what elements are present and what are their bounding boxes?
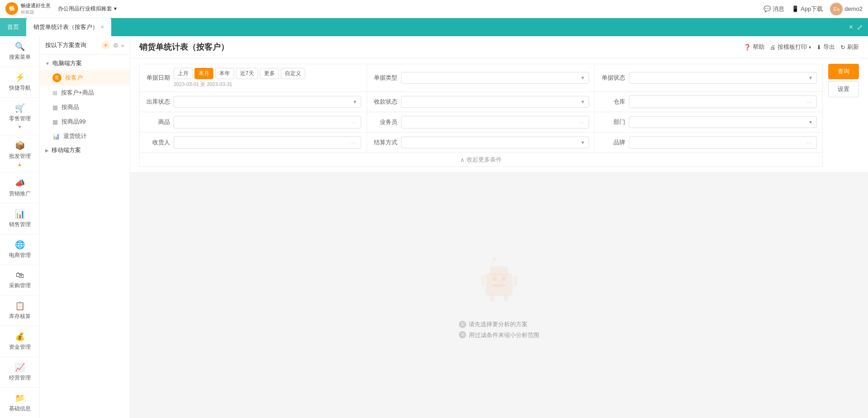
tree-item-by-customer[interactable]: 客 按客户 (40, 70, 130, 86)
print-arrow-icon: ▾ (809, 45, 811, 50)
app-icon: 📱 (792, 5, 799, 12)
product99-icon: ▦ (52, 119, 58, 125)
finance-icon: 💰 (15, 332, 25, 342)
date-btn-last-month[interactable]: 上月 (174, 68, 193, 79)
settings-button[interactable]: 设置 (828, 81, 859, 97)
product-select[interactable]: ··· (174, 116, 361, 128)
tab-minimize-icon[interactable]: × (849, 23, 853, 31)
date-range-text: 2023-03-01 至 2023-03-31 (174, 81, 232, 88)
doc-status-select[interactable]: ▾ (629, 72, 817, 84)
sidebar-item-marketing[interactable]: 📣 营销推广 (0, 173, 39, 204)
date-btn-last7[interactable]: 近7天 (236, 68, 258, 79)
return-stats-icon: 📊 (52, 133, 60, 140)
tab-home[interactable]: 首页 (0, 18, 26, 36)
export-icon: ⬇ (816, 44, 821, 51)
date-btn-custom[interactable]: 自定义 (281, 68, 305, 79)
collapse-icon: ∧ (460, 157, 465, 163)
sidebar-label-wholesale: 批发管理 (9, 152, 31, 160)
refresh-button[interactable]: ↻ 刷新 (840, 43, 859, 51)
username: demo2 (844, 5, 863, 12)
filter-cell-product: 商品 ··· (140, 112, 367, 132)
tree-item-customer-product[interactable]: ⊞ 按客户+商品 (40, 86, 130, 100)
logo-area: 畅 畅捷通好生意 标账版 (5, 2, 51, 15)
main-layout: 🔍 搜索菜单 ⚡ 快捷导航 🛒 零售管理 ▼ 📦 批发管理 ▲ 📣 营销推广 📊… (0, 36, 868, 418)
filter-row-1: 单据日期 上月 本月 本年 近7天 更多 自定义 2023-03-01 至 20… (139, 64, 823, 91)
tip2-text: 用过滤条件来缩小分析范围 (469, 330, 539, 340)
sidebar-item-operations[interactable]: 📈 经营管理 (0, 357, 39, 388)
tree-group-pc-header[interactable]: ▼ 电脑端方案 (40, 57, 130, 70)
doc-type-label: 单据类型 (373, 74, 397, 82)
mobile-group-arrow-icon: ▶ (45, 148, 49, 153)
scheme-add-button[interactable]: + (101, 41, 110, 50)
brand-select[interactable]: ··· (629, 136, 817, 149)
sidebar-item-wholesale[interactable]: 📦 批发管理 ▲ (0, 135, 39, 173)
date-btn-this-year[interactable]: 本年 (215, 68, 234, 79)
sidebar-item-ecommerce[interactable]: 🌐 电商管理 (0, 234, 39, 265)
tab-close-icon[interactable]: × (101, 24, 104, 30)
wholesale-icon: 📦 (15, 141, 25, 151)
tab-sales-stats[interactable]: 销货单统计表（按客户） × (26, 18, 111, 36)
industry-arrow-icon: ▾ (114, 5, 117, 12)
recv-status-select[interactable]: ▾ (401, 96, 589, 108)
sidebar-item-retail[interactable]: 🛒 零售管理 ▼ (0, 98, 39, 135)
print-icon: 🖨 (770, 44, 776, 51)
doc-type-select[interactable]: ▾ (401, 72, 589, 84)
export-button[interactable]: ⬇ 导出 (816, 43, 835, 51)
page-header: 销货单统计表（按客户） ❓ 帮助 🖨 按模板打印 ▾ ⬇ (130, 36, 868, 58)
collapse-label: 收起更多条件 (467, 156, 502, 164)
salesperson-select[interactable]: ··· (401, 116, 589, 128)
svg-rect-6 (514, 276, 517, 287)
message-button[interactable]: 💬 消息 (764, 5, 784, 13)
scheme-settings-icon[interactable]: ⚙ (113, 42, 118, 49)
sidebar-item-basic[interactable]: 📁 基础信息 (0, 388, 39, 418)
date-btn-this-month[interactable]: 本月 (194, 68, 213, 79)
tree-item-by-product[interactable]: ▦ 按商品 (40, 100, 130, 114)
user-menu[interactable]: Ea demo2 (830, 3, 863, 15)
main-panel: 销货单统计表（按客户） ❓ 帮助 🖨 按模板打印 ▾ ⬇ (130, 36, 868, 418)
scheme-collapse-icon[interactable]: « (121, 42, 124, 49)
pc-group-arrow-icon: ▼ (45, 61, 50, 66)
logo-icon: 畅 (5, 2, 18, 15)
settle-select[interactable]: ▾ (401, 137, 589, 148)
sidebar-item-inventory[interactable]: 📋 库存核算 (0, 295, 39, 326)
mobile-group-label: 移动端方案 (52, 146, 81, 154)
action-buttons: 查询 设置 (828, 64, 859, 167)
tree-group-mobile: ▶ 移动端方案 (40, 143, 130, 157)
topbar-right: 💬 消息 📱 App下载 Ea demo2 (764, 3, 863, 15)
receiver-select[interactable]: ··· (174, 136, 361, 149)
tab-actions: × ⤢ (849, 23, 868, 32)
print-template-button[interactable]: 🖨 按模板打印 ▾ (770, 43, 811, 51)
query-button[interactable]: 查询 (828, 64, 859, 79)
scheme-header: 按以下方案查询 + ⚙ « (40, 36, 130, 55)
industry-selector[interactable]: 办公用品行业模拟账套 ▾ (54, 5, 120, 13)
tree-item-label-customer-product: 按客户+商品 (61, 89, 94, 97)
doc-status-label: 单据状态 (600, 74, 625, 82)
svg-rect-1 (490, 266, 508, 276)
tree-item-by-product99[interactable]: ▦ 按商品99 (40, 114, 130, 129)
message-icon: 💬 (764, 5, 771, 12)
sidebar-item-search[interactable]: 🔍 搜索菜单 (0, 36, 39, 67)
app-download-button[interactable]: 📱 App下载 (792, 5, 823, 13)
svg-point-10 (493, 257, 496, 261)
tree-group-mobile-header[interactable]: ▶ 移动端方案 (40, 143, 130, 157)
out-status-select[interactable]: ▾ (174, 96, 361, 108)
doc-status-arrow-icon: ▾ (809, 75, 812, 81)
tree-item-return-stats[interactable]: 📊 退货统计 (40, 129, 130, 143)
sidebar-item-purchase[interactable]: 🛍 采购管理 (0, 265, 39, 295)
inventory-icon: 📋 (15, 301, 25, 311)
content-area: 按以下方案查询 + ⚙ « ▼ 电脑端方案 客 按客户 (40, 36, 868, 418)
help-button[interactable]: ❓ 帮助 (744, 43, 764, 51)
sidebar-item-finance[interactable]: 💰 资金管理 (0, 326, 39, 357)
tab-expand-icon[interactable]: ⤢ (857, 23, 863, 32)
warehouse-select[interactable]: ··· (629, 95, 817, 108)
customer-item-icon: 客 (52, 73, 61, 82)
product-icon: ▦ (52, 104, 58, 111)
collapse-bar[interactable]: ∧ 收起更多条件 (139, 153, 823, 167)
date-btn-more[interactable]: 更多 (260, 68, 279, 79)
sidebar-item-sales[interactable]: 📊 销售管理 (0, 204, 39, 234)
dept-select[interactable]: ▾ (629, 116, 817, 128)
brand-label: 品牌 (600, 138, 625, 147)
content-body: ① 请先选择要分析的方案 ② 用过滤条件来缩小分析范围 (130, 173, 868, 418)
tip1-num: ① (459, 321, 466, 328)
sidebar-item-shortcut[interactable]: ⚡ 快捷导航 (0, 67, 39, 98)
